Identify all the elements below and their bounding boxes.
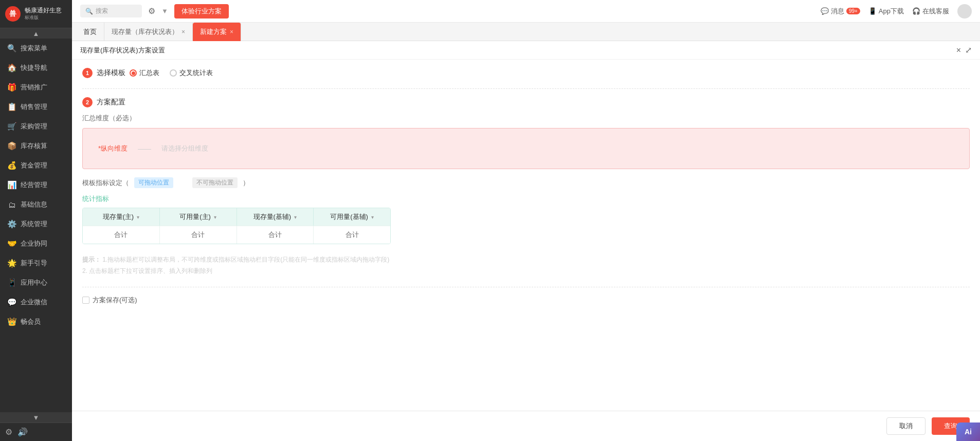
sidebar-item-quicknav[interactable]: 🏠 快捷导航 xyxy=(0,58,72,78)
save-checkbox[interactable] xyxy=(82,297,89,304)
sidebar-item-marketing[interactable]: 🎁 营销推广 xyxy=(0,78,72,97)
sidebar-quicknav-label: 快捷导航 xyxy=(21,63,47,72)
tips-item-1: 2. 点击标题栏下拉可设置排序、插入列和删除列 xyxy=(82,266,970,277)
sidebar-item-newguide[interactable]: 🌟 新手引导 xyxy=(0,253,72,273)
stats-col-3-dropdown[interactable]: ▾ xyxy=(371,214,374,220)
sidebar-item-operations[interactable]: 📊 经营管理 xyxy=(0,175,72,195)
topbar: 🔍 搜索 ⚙ ▼ 体验行业方案 💬 消息 99+ 📱 App下载 🎧 在线客服 xyxy=(72,0,980,23)
headset-icon: 🎧 xyxy=(912,7,920,15)
sidebar-item-appcenter[interactable]: 📱 应用中心 xyxy=(0,273,72,292)
sidebar-basics-label: 基础信息 xyxy=(21,200,47,209)
page-header-right: × ⤢ xyxy=(956,45,972,55)
sidebar-finance-label: 资金管理 xyxy=(21,161,47,170)
topbar-dropdown-icon[interactable]: ▼ xyxy=(161,7,168,15)
section-divider-1 xyxy=(82,88,970,89)
sidebar-enterprise-label: 企业协同 xyxy=(21,239,47,248)
stats-section-label: 统计指标 xyxy=(82,194,970,204)
dimension-area[interactable]: *纵向维度 —— 请选择分组维度 xyxy=(82,128,970,169)
message-badge: 99+ xyxy=(846,8,860,14)
logo-icon: 兽 xyxy=(5,6,21,22)
stats-col-3-label: 可用量(基辅) xyxy=(330,212,368,222)
tab-inventory-close[interactable]: × xyxy=(182,28,185,35)
step2-header: 2 方案配置 xyxy=(82,97,970,107)
tips-text-0: 1.拖动标题栏可以调整布局，不可跨维度或指标区域拖动栏目字段(只能在同一维度或指… xyxy=(102,256,389,263)
content-area: 1 选择模板 汇总表 交叉统计表 xyxy=(72,60,980,313)
ai-float-button[interactable]: Ai xyxy=(956,422,980,441)
industry-btn[interactable]: 体验行业方案 xyxy=(174,4,229,19)
settings-icon[interactable]: ⚙ xyxy=(5,427,12,437)
sidebar-newguide-label: 新手引导 xyxy=(21,259,47,268)
step1-section: 1 选择模板 汇总表 交叉统计表 xyxy=(82,68,970,78)
tab-new-plan[interactable]: 新建方案 × xyxy=(193,23,241,41)
sidebar-item-sales[interactable]: 📋 销售管理 xyxy=(0,97,72,117)
sidebar-bottom: ⚙ 🔊 xyxy=(0,422,72,441)
step1-title: 选择模板 xyxy=(97,68,125,78)
draggable-badge: 可拖动位置 xyxy=(134,177,173,188)
tab-home[interactable]: 首页 xyxy=(76,23,104,41)
sidebar-item-inventory[interactable]: 📦 库存核算 xyxy=(0,136,72,156)
stats-col-0-dropdown[interactable]: ▾ xyxy=(137,214,139,220)
radio-summary-label: 汇总表 xyxy=(139,68,159,78)
topbar-search-icon: 🔍 xyxy=(85,8,93,15)
indicator-settings: 模板指标设定（ 可拖动位置 不可拖动位置 ） xyxy=(82,177,970,188)
online-service-area[interactable]: 🎧 在线客服 xyxy=(912,7,949,16)
sidebar-item-member[interactable]: 👑 畅会员 xyxy=(0,312,72,332)
sidebar-sales-label: 销售管理 xyxy=(21,102,47,112)
home-icon: 🏠 xyxy=(7,63,16,72)
sidebar-inventory-label: 库存核算 xyxy=(21,141,47,151)
sidebar-item-finance[interactable]: 💰 资金管理 xyxy=(0,156,72,175)
tab-inventory[interactable]: 现存量（库存状况表） × xyxy=(104,23,193,41)
stats-cell-0-3: 合计 xyxy=(314,226,390,244)
sidebar-item-system[interactable]: ⚙️ 系统管理 xyxy=(0,214,72,234)
save-option: 方案保存(可选) xyxy=(82,296,970,305)
page-title: 现存量(库存状况表)方案设置 xyxy=(80,46,165,55)
sidebar-item-wechat[interactable]: 💬 企业微信 xyxy=(0,292,72,312)
sidebar-item-basics[interactable]: 🗂 基础信息 xyxy=(0,195,72,214)
step1-badge: 1 xyxy=(82,68,93,78)
sidebar-wechat-label: 企业微信 xyxy=(21,298,47,307)
non-draggable-badge: 不可拖动位置 xyxy=(192,177,238,188)
expand-btn[interactable]: ⤢ xyxy=(965,45,972,55)
cancel-button[interactable]: 取消 xyxy=(886,417,925,435)
stats-header-cell-3[interactable]: 可用量(基辅) ▾ xyxy=(314,208,390,226)
gear-icon: ⚙️ xyxy=(7,219,16,229)
ai-label: Ai xyxy=(965,428,972,436)
sidebar-item-purchase[interactable]: 🛒 采购管理 xyxy=(0,117,72,136)
sound-icon[interactable]: 🔊 xyxy=(17,427,28,437)
sidebar-item-search[interactable]: 🔍 搜索菜单 xyxy=(0,39,72,58)
radio-cross-label: 交叉统计表 xyxy=(179,68,213,78)
handshake-icon: 🤝 xyxy=(7,239,16,248)
stats-col-2-dropdown[interactable]: ▾ xyxy=(294,214,297,220)
summary-label: 汇总维度（必选） xyxy=(82,114,970,123)
page-body: 1 选择模板 汇总表 交叉统计表 xyxy=(72,60,980,411)
tab-new-plan-close[interactable]: × xyxy=(230,28,233,35)
main-content: 🔍 搜索 ⚙ ▼ 体验行业方案 💬 消息 99+ 📱 App下载 🎧 在线客服 xyxy=(72,0,980,441)
step2-title: 方案配置 xyxy=(97,98,125,107)
folder-icon: 🗂 xyxy=(7,200,16,209)
stats-header-cell-1[interactable]: 可用量(主) ▾ xyxy=(160,208,237,226)
sidebar-nav: 🔍 搜索菜单 🏠 快捷导航 🎁 营销推广 📋 销售管理 🛒 采购管理 📦 库存核… xyxy=(0,39,72,412)
stats-header-cell-2[interactable]: 现存量(基辅) ▾ xyxy=(237,208,314,226)
sidebar: 兽 畅康通好生意 标准版 ▲ 🔍 搜索菜单 🏠 快捷导航 🎁 营销推广 📋 销售… xyxy=(0,0,72,441)
radio-cross[interactable]: 交叉统计表 xyxy=(170,68,213,78)
app-download-area[interactable]: 📱 App下载 xyxy=(868,7,904,16)
sidebar-purchase-label: 采购管理 xyxy=(21,122,47,131)
tab-home-label: 首页 xyxy=(83,27,97,36)
sidebar-item-enterprise[interactable]: 🤝 企业协同 xyxy=(0,234,72,253)
topbar-right: 💬 消息 99+ 📱 App下载 🎧 在线客服 xyxy=(821,4,972,19)
topbar-settings-icon[interactable]: ⚙ xyxy=(148,6,155,16)
close-btn[interactable]: × xyxy=(956,46,961,55)
user-avatar[interactable] xyxy=(957,4,972,19)
radio-summary[interactable]: 汇总表 xyxy=(130,68,159,78)
stats-col-1-dropdown[interactable]: ▾ xyxy=(214,214,216,220)
stats-header-cell-0[interactable]: 现存量(主) ▾ xyxy=(83,208,160,226)
message-label: 消息 xyxy=(831,7,844,16)
chat-icon: 💬 xyxy=(7,298,16,307)
sidebar-scroll-up[interactable]: ▲ xyxy=(0,28,72,39)
topbar-search[interactable]: 🔍 搜索 xyxy=(80,5,142,17)
message-icon: 💬 xyxy=(821,7,829,15)
stats-cell-0-1: 合计 xyxy=(160,226,237,244)
message-area[interactable]: 💬 消息 99+ xyxy=(821,7,860,16)
sidebar-scroll-down[interactable]: ▼ xyxy=(0,412,72,422)
tips-text-1: 2. 点击标题栏下拉可设置排序、插入列和删除列 xyxy=(82,267,212,274)
